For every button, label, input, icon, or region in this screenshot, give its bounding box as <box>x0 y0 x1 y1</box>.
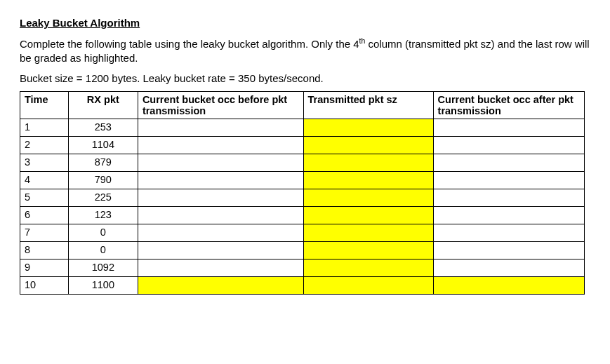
cell-time: 9 <box>20 259 69 276</box>
cell-before <box>138 154 303 171</box>
intro-paragraph: Complete the following table using the l… <box>20 36 590 66</box>
cell-after <box>433 136 584 154</box>
table-row: 1253 <box>20 119 585 136</box>
page-title: Leaky Bucket Algorithm <box>20 17 590 29</box>
parameters-line: Bucket size = 1200 bytes. Leaky bucket r… <box>20 72 590 86</box>
cell-rx: 1092 <box>68 259 138 276</box>
cell-before <box>138 136 303 154</box>
cell-after <box>433 154 584 171</box>
table-header-row: Time RX pkt Current bucket occ before pk… <box>20 91 585 119</box>
cell-before <box>138 119 303 136</box>
cell-before <box>138 276 303 294</box>
cell-tx <box>303 189 433 206</box>
cell-after <box>433 224 584 241</box>
cell-tx <box>303 171 433 189</box>
cell-time: 8 <box>20 241 69 259</box>
header-after: Current bucket occ after pkt transmissio… <box>433 91 584 119</box>
cell-time: 5 <box>20 189 69 206</box>
cell-after <box>433 119 584 136</box>
cell-tx <box>303 154 433 171</box>
table-row: 21104 <box>20 136 585 154</box>
cell-tx <box>303 224 433 241</box>
cell-before <box>138 189 303 206</box>
cell-after <box>433 171 584 189</box>
cell-before <box>138 171 303 189</box>
cell-time: 6 <box>20 206 69 224</box>
table-row: 80 <box>20 241 585 259</box>
cell-rx: 225 <box>68 189 138 206</box>
leaky-bucket-table: Time RX pkt Current bucket occ before pk… <box>20 91 585 295</box>
header-rx: RX pkt <box>68 91 138 119</box>
cell-before <box>138 241 303 259</box>
cell-tx <box>303 259 433 276</box>
table-row: 5225 <box>20 189 585 206</box>
cell-time: 4 <box>20 171 69 189</box>
cell-rx: 879 <box>68 154 138 171</box>
table-row: 3879 <box>20 154 585 171</box>
cell-before <box>138 206 303 224</box>
cell-time: 7 <box>20 224 69 241</box>
cell-after <box>433 206 584 224</box>
cell-rx: 0 <box>68 224 138 241</box>
cell-rx: 0 <box>68 241 138 259</box>
intro-text-1: Complete the following table using the l… <box>20 38 359 50</box>
header-before: Current bucket occ before pkt transmissi… <box>138 91 303 119</box>
cell-after <box>433 259 584 276</box>
cell-tx <box>303 136 433 154</box>
cell-time: 2 <box>20 136 69 154</box>
cell-time: 1 <box>20 119 69 136</box>
table-row: 91092 <box>20 259 585 276</box>
table-row: 101100 <box>20 276 585 294</box>
cell-rx: 1104 <box>68 136 138 154</box>
cell-rx: 253 <box>68 119 138 136</box>
cell-time: 10 <box>20 276 69 294</box>
cell-rx: 790 <box>68 171 138 189</box>
table-row: 70 <box>20 224 585 241</box>
cell-before <box>138 259 303 276</box>
cell-tx <box>303 241 433 259</box>
cell-after <box>433 241 584 259</box>
header-time: Time <box>20 91 69 119</box>
table-row: 4790 <box>20 171 585 189</box>
cell-tx <box>303 276 433 294</box>
header-tx: Transmitted pkt sz <box>303 91 433 119</box>
table-row: 6123 <box>20 206 585 224</box>
cell-after <box>433 189 584 206</box>
cell-rx: 123 <box>68 206 138 224</box>
cell-tx <box>303 206 433 224</box>
cell-tx <box>303 119 433 136</box>
cell-time: 3 <box>20 154 69 171</box>
cell-after <box>433 276 584 294</box>
cell-rx: 1100 <box>68 276 138 294</box>
cell-before <box>138 224 303 241</box>
